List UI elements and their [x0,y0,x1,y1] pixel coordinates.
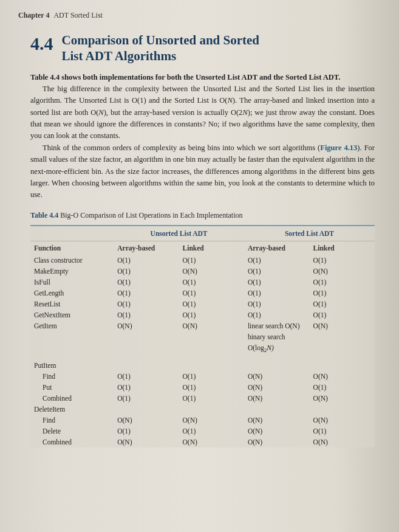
table-row: GetLengthO(1)O(1)O(1)O(1) [30,288,375,299]
table-subsection: PutItem [30,360,375,371]
table-row: GetNextItemO(1)O(1)O(1)O(1) [30,309,375,320]
table-row-extra: binary search [30,331,375,342]
col-unsorted-array: Array-based [114,241,179,255]
table-group-row: Unsorted List ADT Sorted List ADT [30,226,375,241]
table-body: Class constructorO(1)O(1)O(1)O(1) MakeEm… [30,255,375,447]
table-row: CombinedO(1)O(1)O(N)O(N) [30,393,375,404]
col-unsorted-linked: Linked [179,241,244,255]
paragraph-1: Table 4.4 shows both implementations for… [30,72,375,83]
table-row: FindO(1)O(1)O(N)O(N) [30,371,375,382]
chapter-label: Chapter 4 [18,11,49,19]
table-subsection: DeleteItem [30,404,375,415]
section-block: 4.4 Comparison of Unsorted and Sorted Li… [18,32,381,447]
section-number: 4.4 [30,33,53,64]
section-title-wrap: Comparison of Unsorted and Sorted List A… [62,32,260,64]
chapter-name: ADT Sorted List [53,11,102,19]
table-name: Big-O Comparison of List Operations in E… [60,211,242,219]
figure-ref: Figure 4.13 [320,143,357,152]
table-subheader-row: Function Array-based Linked Array-based … [30,241,375,255]
col-sorted-array: Array-based [244,241,310,255]
col-function: Function [30,241,114,255]
table-row: Class constructorO(1)O(1)O(1)O(1) [30,255,375,266]
paragraph-1b: The big difference in the complexity bet… [30,83,375,142]
group-unsorted: Unsorted List ADT [114,226,244,241]
table-row-extra: O(log2N) [30,342,375,355]
table-caption: Table 4.4 Big-O Comparison of List Opera… [30,211,375,220]
section-title-l2: List ADT Algorithms [62,48,260,64]
table-row: MakeEmptyO(1)O(N)O(1)O(N) [30,266,375,277]
table-row: ResetListO(1)O(1)O(1)O(1) [30,299,375,309]
table-row: FindO(N)O(N)O(N)O(N) [30,415,375,426]
table-row: GetItemO(N)O(N)linear search O(N)O(N) [30,320,375,331]
table-row: PutO(1)O(1)O(N)O(1) [30,382,375,393]
table-row: IsFullO(1)O(1)O(1)O(1) [30,277,375,288]
col-sorted-linked: Linked [310,241,375,255]
table-row: CombinedO(N)O(N)O(N)O(N) [30,437,375,447]
table-number: Table 4.4 [30,211,58,219]
group-sorted: Sorted List ADT [244,226,375,241]
table-ref: Table 4.4 shows both implementations for… [30,73,340,81]
complexity-table: Unsorted List ADT Sorted List ADT Functi… [30,225,375,447]
page-header: Chapter 4 ADT Sorted List [18,11,381,20]
section-title-l1: Comparison of Unsorted and Sorted [62,32,260,48]
table-row: DeleteO(1)O(1)O(N)O(1) [30,426,375,437]
paragraph-2: Think of the common orders of complexity… [30,142,375,201]
